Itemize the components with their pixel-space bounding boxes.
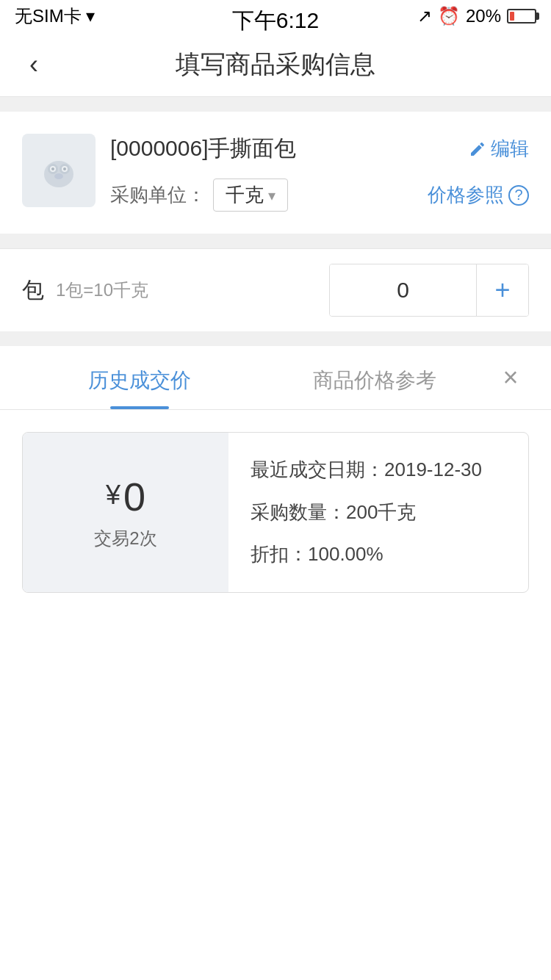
tab-product-price-ref[interactable]: 商品价格参考 — [257, 346, 492, 409]
status-time: 下午6:12 — [232, 6, 319, 36]
back-button[interactable]: ‹ — [22, 42, 46, 87]
nav-bar: ‹ 填写商品采购信息 — [0, 32, 551, 97]
alarm-icon: ⏰ — [438, 6, 460, 26]
discount-row: 折扣：100.00% — [251, 539, 506, 570]
battery-icon — [507, 9, 536, 24]
price-value: 0 — [123, 474, 145, 519]
product-info: [0000006]手撕面包 编辑 采购单位： 千克 ▾ — [110, 134, 529, 212]
page-title: 填写商品采购信息 — [176, 48, 375, 82]
product-card: [0000006]手撕面包 编辑 采购单位： 千克 ▾ — [0, 112, 551, 234]
unit-label: 采购单位： — [110, 182, 206, 208]
main-content-area — [0, 615, 551, 980]
unit-select-dropdown[interactable]: 千克 ▾ — [213, 179, 288, 212]
status-bar: 无SIM卡 ▾ 下午6:12 ↗ ⏰ 20% — [0, 0, 551, 32]
location-icon: ↗ — [417, 6, 432, 26]
status-right: ↗ ⏰ 20% — [417, 6, 536, 26]
section-divider-2 — [0, 331, 551, 346]
quantity-unit-label: 包 — [22, 275, 44, 306]
quantity-plus-button[interactable]: + — [477, 264, 528, 316]
edit-icon — [469, 140, 486, 158]
currency-symbol: ¥ — [106, 480, 120, 511]
section-divider — [0, 234, 551, 248]
product-thumbnail — [22, 134, 96, 207]
status-left: 无SIM卡 ▾ — [15, 4, 95, 28]
quantity-display[interactable]: 0 — [330, 264, 477, 316]
help-icon: ? — [508, 185, 529, 206]
carrier-label: 无SIM卡 ▾ — [15, 4, 95, 28]
battery-percent: 20% — [466, 6, 501, 26]
quantity-section: 包 1包=10千克 0 + — [0, 248, 551, 331]
price-card: ¥ 0 交易2次 最近成交日期：2019-12-30 采购数量：200千克 折扣… — [22, 432, 529, 593]
tab-history-price[interactable]: 历史成交价 — [22, 346, 257, 409]
tabs-section: 历史成交价 商品价格参考 × ¥ 0 交易2次 最近成交日期：2019-12-3… — [0, 346, 551, 615]
product-name: [0000006]手撕面包 — [110, 134, 296, 164]
chevron-down-icon: ▾ — [268, 187, 276, 204]
product-logo-icon — [37, 148, 81, 192]
quantity-control: 0 + — [329, 264, 529, 317]
price-card-container: ¥ 0 交易2次 最近成交日期：2019-12-30 采购数量：200千克 折扣… — [0, 410, 551, 615]
close-panel-button[interactable]: × — [492, 359, 529, 396]
price-amount: ¥ 0 — [106, 474, 145, 519]
price-ref-button[interactable]: 价格参照 ? — [428, 182, 529, 208]
trade-count: 交易2次 — [94, 527, 156, 550]
edit-button[interactable]: 编辑 — [469, 136, 529, 162]
tabs-header: 历史成交价 商品价格参考 × — [0, 346, 551, 410]
svg-point-6 — [63, 167, 66, 170]
svg-point-7 — [54, 173, 63, 179]
price-card-right: 最近成交日期：2019-12-30 采购数量：200千克 折扣：100.00% — [228, 433, 528, 592]
price-card-left: ¥ 0 交易2次 — [23, 433, 228, 592]
quantity-unit-hint: 1包=10千克 — [56, 278, 148, 302]
svg-point-5 — [51, 167, 54, 170]
purchase-qty-row: 采购数量：200千克 — [251, 497, 506, 528]
recent-date-row: 最近成交日期：2019-12-30 — [251, 455, 506, 486]
